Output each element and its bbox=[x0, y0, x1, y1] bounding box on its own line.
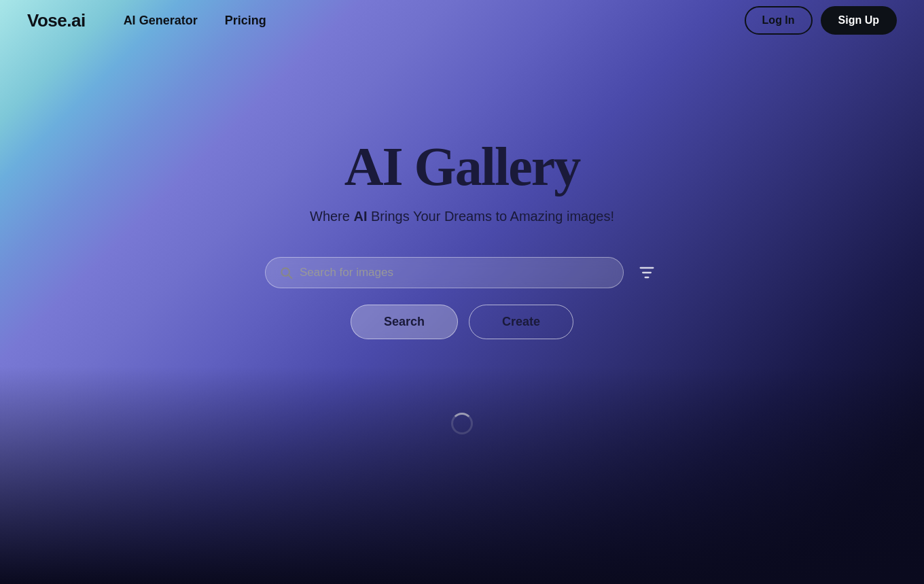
nav-actions: Log In Sign Up bbox=[745, 6, 897, 35]
buttons-row: Search Create bbox=[351, 305, 573, 339]
search-button[interactable]: Search bbox=[351, 305, 458, 339]
search-icon bbox=[279, 266, 293, 279]
search-input[interactable] bbox=[300, 266, 609, 279]
hero-section: AI Gallery Where AI Brings Your Dreams t… bbox=[0, 0, 924, 584]
filter-button[interactable] bbox=[635, 260, 659, 285]
loading-spinner bbox=[451, 413, 473, 434]
loading-spinner-wrapper bbox=[451, 413, 473, 434]
nav-pricing[interactable]: Pricing bbox=[214, 8, 277, 33]
search-container bbox=[265, 257, 659, 288]
signup-button[interactable]: Sign Up bbox=[821, 6, 897, 35]
navbar: Vose.ai AI Generator Pricing Log In Sign… bbox=[0, 0, 924, 41]
create-button[interactable]: Create bbox=[469, 305, 573, 339]
search-input-wrapper[interactable] bbox=[265, 257, 624, 288]
svg-line-1 bbox=[289, 275, 292, 279]
hero-subtitle-pre: Where bbox=[310, 209, 353, 224]
login-button[interactable]: Log In bbox=[745, 6, 813, 35]
logo[interactable]: Vose.ai bbox=[27, 10, 86, 31]
page-wrapper: Vose.ai AI Generator Pricing Log In Sign… bbox=[0, 0, 924, 584]
nav-links: AI Generator Pricing bbox=[113, 8, 745, 33]
nav-ai-generator[interactable]: AI Generator bbox=[113, 8, 209, 33]
hero-subtitle-bold: AI bbox=[353, 209, 367, 224]
hero-title: AI Gallery bbox=[344, 136, 580, 198]
hero-subtitle-post: Brings Your Dreams to Amazing images! bbox=[367, 209, 614, 224]
hero-subtitle: Where AI Brings Your Dreams to Amazing i… bbox=[310, 209, 614, 224]
